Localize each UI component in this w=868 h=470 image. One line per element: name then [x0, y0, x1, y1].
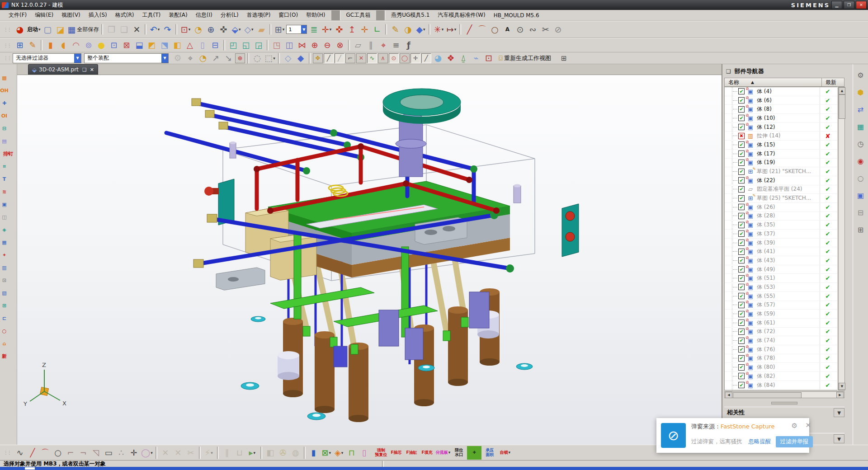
object-display-button[interactable]: ◔ [192, 23, 204, 36]
new-file-button[interactable]: ▢ [42, 23, 54, 36]
minimize-button[interactable]: ▁ [831, 1, 842, 9]
snap-point-button[interactable]: ✳ [433, 23, 444, 36]
block-button[interactable]: ⊟ [209, 39, 221, 52]
snap-quadrant-toggle[interactable]: ◯ [400, 53, 410, 63]
shaded-view-button[interactable]: ⬙ [230, 23, 242, 36]
snap-spline-toggle[interactable]: ∿ [367, 53, 377, 63]
scroll-left-icon[interactable]: ◀ [725, 392, 732, 398]
feature-tree-row[interactable]: 草图 (25) "SKETCH... [725, 194, 837, 203]
grid-tool[interactable]: ⌗ [0, 160, 9, 172]
pocket-button[interactable]: ⊠ [121, 39, 132, 52]
feature-tree-row[interactable]: 体 (61) [725, 319, 837, 328]
feature-tree-row[interactable]: 体 (55) [725, 292, 837, 301]
paste-button[interactable]: ❏ [118, 23, 130, 36]
ellipse-button[interactable]: ◯ [141, 446, 153, 459]
feature-tree-row[interactable]: 草图 (21) "SKETCH... [725, 167, 837, 176]
select-wand-button[interactable]: ⌖ [184, 52, 196, 65]
feature-tree-row[interactable]: 体 (4) [725, 87, 837, 96]
table-tool[interactable]: ⊟ [0, 122, 9, 134]
feature-checkbox[interactable] [738, 204, 745, 210]
chevron-down-icon[interactable]: ▼ [74, 54, 81, 63]
window-button[interactable]: ⊞ [274, 23, 285, 36]
menu-item[interactable]: 装配(A) [165, 10, 192, 20]
column-name[interactable]: 名称▲ [725, 78, 822, 86]
point-button[interactable]: ✛ [128, 446, 140, 459]
feature-tree-row[interactable]: 体 (37) [725, 230, 837, 239]
wireframe-view-button[interactable]: ◇ [243, 23, 255, 36]
datum-csys-button[interactable]: ✛ [321, 23, 332, 36]
pattern-feature-button[interactable]: ◫ [283, 39, 295, 52]
revolve-button[interactable]: ◖ [57, 39, 69, 52]
snap-line-toggle[interactable]: ╱ [421, 53, 431, 63]
draft-button[interactable]: △ [184, 39, 196, 52]
feature-checkbox[interactable] [738, 213, 745, 219]
unite-button[interactable]: ◰ [227, 39, 239, 52]
feature-tree-row[interactable]: 体 (17) [725, 150, 837, 159]
wave-tool[interactable]: ≋ [0, 186, 9, 197]
polygon-button[interactable]: ∴ [115, 446, 127, 459]
layer-settings-button[interactable]: ≣ [308, 23, 320, 36]
selection-scope-dropdown[interactable]: 整个装配 ▼ [84, 53, 169, 63]
collapse-section-button[interactable]: ▼ [834, 408, 844, 417]
snap-center-toggle[interactable]: ⊙ [389, 53, 399, 63]
feature-checkbox[interactable] [738, 257, 745, 263]
snap-peak-toggle[interactable]: ∧ [378, 53, 388, 63]
point-set-button[interactable]: ⊙ [514, 23, 526, 36]
color-grid-tool[interactable]: ▩ [0, 72, 9, 84]
roles-panel-icon[interactable]: ○ [854, 172, 867, 185]
feature-tree-row[interactable]: 体 (35) [725, 221, 837, 230]
mesh-tool[interactable]: ▦ [0, 236, 9, 248]
chevron-down-icon[interactable]: ▼ [161, 54, 168, 63]
close-button[interactable]: ✕ [856, 1, 867, 9]
feature-tree-row[interactable]: 体 (41) [725, 247, 837, 256]
feature-checkbox[interactable] [738, 373, 745, 379]
feature-tree-row[interactable]: 体 (51) [725, 274, 837, 283]
gear-pair-icon[interactable]: ⚙ [172, 52, 184, 65]
feature-checkbox[interactable] [738, 311, 745, 317]
datum-axis-button[interactable]: ∥ [365, 39, 377, 52]
rectangle-button[interactable]: ▭ [103, 446, 114, 459]
snap-midpoint-toggle[interactable]: ╱ [335, 53, 344, 63]
pressure-area-button[interactable]: 承压 面积 [482, 446, 497, 460]
feature-tree-row[interactable]: 体 (15) [725, 141, 837, 150]
add-tool[interactable]: ✚ [0, 97, 9, 109]
tree-horizontal-scrollbar[interactable]: ◀ ▶ [724, 391, 844, 398]
feature-checkbox[interactable] [738, 195, 745, 202]
popup-close-icon[interactable]: ✕ [805, 421, 811, 429]
sketch-circle-button[interactable]: ○ [52, 446, 64, 459]
snap-face-toggle[interactable]: ◕ [432, 52, 444, 65]
sketch-line-button[interactable]: ╱ [27, 446, 38, 459]
nx-app-icon[interactable]: ◕ [14, 23, 26, 36]
target-tool[interactable]: ⊡ [0, 274, 9, 286]
feature-checkbox[interactable] [738, 150, 745, 157]
regenerate-work-view-button[interactable]: ⌼ 重新生成工作视图 [499, 54, 551, 62]
self-lock-button[interactable]: 自锁 [498, 446, 512, 460]
feature-tree-row[interactable]: 体 (22) [725, 176, 837, 185]
animate-dimension-button[interactable]: ▸ [246, 446, 258, 459]
sweep-button[interactable]: ◠ [70, 39, 82, 52]
layer-select[interactable]: 1 [286, 25, 307, 34]
feature-checkbox[interactable] [738, 88, 745, 94]
feature-tree-row[interactable]: 体 (78) [725, 354, 837, 363]
scroll-right-icon[interactable]: ▶ [836, 392, 844, 398]
f-core-pull-button[interactable]: F抽芯 [389, 446, 404, 460]
sketch-in-task-button[interactable]: ✎ [27, 39, 38, 52]
line-tool-button[interactable]: ╱ [463, 23, 475, 36]
save-all-button[interactable]: ▦全部保存 [67, 23, 99, 36]
scroll-down-icon[interactable]: ▼ [839, 383, 845, 390]
feature-checkbox[interactable] [738, 320, 745, 326]
feature-checkbox[interactable] [738, 141, 745, 148]
column-status[interactable]: 最新 [822, 78, 844, 86]
highlight-palette-button[interactable]: ◔ [197, 52, 209, 65]
part-tab[interactable]: ⬙ 3D-02-ASM.prt ❏ ✕ [28, 64, 98, 75]
menu-item[interactable]: 燕秀UG模具5.1 [387, 10, 434, 20]
oh-tool[interactable]: OH [0, 85, 9, 96]
viewport-3d[interactable]: Z Y X [17, 75, 722, 445]
snap-edge-toggle[interactable]: ⌁ [470, 52, 482, 65]
hole-button[interactable]: ⊡ [108, 39, 120, 52]
feature-tree-row[interactable]: 拉伸 (14) [725, 132, 837, 141]
quick-extend-button[interactable]: ✕ [172, 446, 184, 459]
menu-item[interactable]: 窗口(O) [274, 10, 302, 20]
home-tool[interactable]: ⌂ [0, 338, 9, 349]
lock-tool-button[interactable]: ✇ [277, 446, 289, 459]
